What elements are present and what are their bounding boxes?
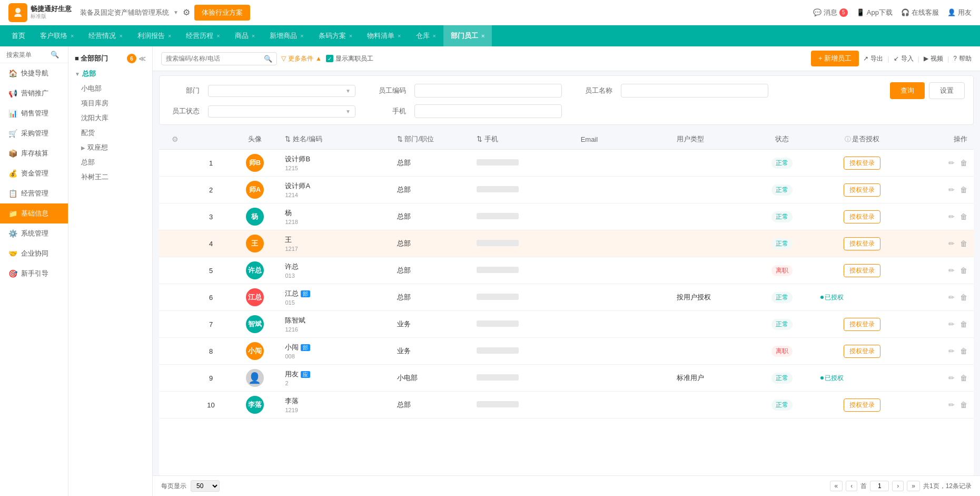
messages-item[interactable]: 💬 消息 5 (813, 8, 848, 17)
add-employee-button[interactable]: + 新增员工 (811, 51, 859, 66)
edit-button[interactable]: ✏ (948, 401, 955, 409)
tab-warehouse[interactable]: 仓库 × (409, 25, 443, 46)
help-button[interactable]: ? 帮助 (953, 54, 972, 63)
search-icon[interactable]: 🔍 (264, 55, 272, 63)
auth-login-button[interactable]: 授权登录 (844, 183, 880, 197)
tab-barcode-close[interactable]: × (349, 33, 352, 39)
empcode-filter-input[interactable] (414, 84, 562, 98)
delete-button[interactable]: 🗑 (960, 401, 967, 409)
auth-login-button[interactable]: 授权登录 (844, 237, 880, 250)
delete-button[interactable]: 🗑 (960, 186, 967, 194)
edit-button[interactable]: ✏ (948, 266, 955, 275)
sidebar-item-inventory[interactable]: 📦 库存核算 (0, 143, 68, 163)
tab-department-close[interactable]: × (481, 33, 484, 39)
dept-item-shenyang[interactable]: 沈阳大库 (68, 111, 152, 125)
search-input[interactable] (166, 55, 262, 62)
dept-item-distribution[interactable]: 配货 (68, 125, 152, 140)
delete-button[interactable]: 🗑 (960, 212, 967, 221)
tab-profit-close[interactable]: × (168, 33, 171, 39)
show-leave-checkbox[interactable]: ✓ (326, 55, 333, 62)
dept-item-shuangzuo[interactable]: ▶ 双座想 (68, 140, 152, 155)
tab-customer[interactable]: 客户联络 × (33, 25, 81, 46)
import-button[interactable]: ↙ 导入 (894, 54, 914, 63)
auth-login-button[interactable]: 授权登录 (844, 264, 880, 277)
auth-login-button[interactable]: 授权登录 (844, 157, 880, 170)
filter-more-btn[interactable]: ▽ 更多条件 ▲ (281, 54, 322, 63)
page-number-input[interactable] (870, 481, 889, 491)
delete-button[interactable]: 🗑 (960, 374, 967, 382)
query-button[interactable]: 查询 (890, 82, 925, 99)
dept-item-project-warehouse[interactable]: 项目库房 (68, 96, 152, 111)
sidebar-item-purchase[interactable]: 🛒 采购管理 (0, 123, 68, 143)
user-item[interactable]: 👤 用友 (947, 8, 972, 17)
view-button[interactable]: ▶ 视频 (924, 54, 943, 63)
dept-item-head-office[interactable]: 总部 (68, 155, 152, 170)
prev-page-btn[interactable]: ‹ (846, 481, 857, 491)
sort-icon[interactable]: ⇅ (285, 135, 291, 143)
auth-login-button[interactable]: 授权登录 (844, 210, 880, 223)
sidebar-item-system[interactable]: ⚙️ 系统管理 (0, 223, 68, 244)
edit-button[interactable]: ✏ (948, 212, 955, 221)
delete-button[interactable]: 🗑 (960, 320, 967, 328)
tab-customer-close[interactable]: × (71, 33, 74, 39)
tab-goods[interactable]: 商品 × (227, 25, 262, 46)
delete-button[interactable]: 🗑 (960, 159, 967, 167)
column-settings-icon[interactable]: ⚙ (172, 135, 179, 143)
tab-profit[interactable]: 利润报告 × (130, 25, 179, 46)
next-page-btn[interactable]: › (892, 481, 904, 491)
edit-button[interactable]: ✏ (948, 293, 955, 302)
phone-filter-input[interactable] (414, 104, 562, 118)
auth-login-button[interactable]: 授权登录 (844, 345, 880, 358)
sidebar-item-sales[interactable]: 📊 销售管理 (0, 103, 68, 123)
delete-button[interactable]: 🗑 (960, 239, 967, 248)
tab-warehouse-close[interactable]: × (433, 33, 436, 39)
tab-bom-close[interactable]: × (398, 33, 401, 39)
dept-item-headquarters[interactable]: ▼ 总部 (68, 66, 152, 81)
tab-department[interactable]: 部门员工 × (443, 25, 492, 46)
delete-button[interactable]: 🗑 (960, 293, 967, 302)
edit-button[interactable]: ✏ (948, 239, 955, 248)
sidebar-item-quicknav[interactable]: 🏠 快捷导航 (0, 63, 68, 83)
dept-filter-select[interactable]: ▼ (208, 85, 355, 97)
tab-goods-close[interactable]: × (252, 33, 255, 39)
tab-history[interactable]: 经营历程 × (179, 25, 227, 46)
delete-button[interactable]: 🗑 (960, 266, 967, 275)
tab-add-goods[interactable]: 新增商品 × (262, 25, 311, 46)
dept-tree-collapse-btn[interactable]: ≪ (138, 55, 146, 63)
online-service-item[interactable]: 🎧 在线客服 (901, 8, 939, 17)
auth-login-button[interactable]: 授权登录 (844, 398, 880, 412)
edit-button[interactable]: ✏ (948, 159, 955, 167)
dept-item-electronics[interactable]: 小电部 (68, 81, 152, 96)
sidebar-search-input[interactable] (6, 51, 48, 59)
show-leave-checkbox-area[interactable]: ✓ 显示离职员工 (326, 54, 373, 63)
first-page-btn[interactable]: « (830, 481, 843, 491)
tab-barcode[interactable]: 条码方案 × (311, 25, 360, 46)
reset-button[interactable]: 设置 (929, 82, 965, 99)
tab-bom[interactable]: 物料清单 × (360, 25, 408, 46)
sidebar-item-guide[interactable]: 🎯 新手引导 (0, 264, 68, 284)
page-size-select[interactable]: 50 20 100 (191, 480, 220, 492)
sidebar-item-basic[interactable]: 📁 基础信息 (0, 203, 68, 223)
sidebar-item-collab[interactable]: 🤝 企业协同 (0, 244, 68, 264)
tab-operations-close[interactable]: × (119, 33, 122, 39)
edit-button[interactable]: ✏ (948, 374, 955, 382)
last-page-btn[interactable]: » (907, 481, 920, 491)
edit-button[interactable]: ✏ (948, 186, 955, 194)
edit-button[interactable]: ✏ (948, 347, 955, 355)
tab-home[interactable]: 首页 (4, 25, 33, 46)
system-title-arrow[interactable]: ▼ (173, 9, 179, 15)
tab-history-close[interactable]: × (216, 33, 220, 39)
sort-icon2[interactable]: ⇅ (397, 135, 403, 143)
tab-add-goods-close[interactable]: × (300, 33, 303, 39)
sidebar-item-business[interactable]: 📋 经营管理 (0, 183, 68, 203)
sidebar-item-finance[interactable]: 💰 资金管理 (0, 163, 68, 183)
tab-operations[interactable]: 经营情况 × (81, 25, 130, 46)
auth-login-button[interactable]: 授权登录 (844, 318, 880, 331)
empname-filter-input[interactable] (621, 84, 768, 98)
settings-icon[interactable]: ⚙ (183, 7, 190, 17)
dept-item-bushu[interactable]: 补树王二 (68, 170, 152, 184)
sort-icon3[interactable]: ⇅ (477, 135, 482, 143)
app-download-item[interactable]: 📱 App下载 (856, 8, 893, 17)
delete-button[interactable]: 🗑 (960, 347, 967, 355)
empstatus-filter-select[interactable]: ▼ (208, 105, 355, 118)
